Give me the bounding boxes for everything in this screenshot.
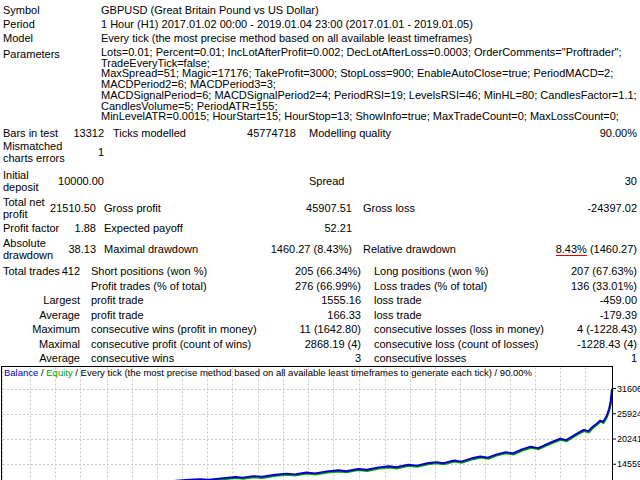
symbol-row: Symbol GBPUSD (Great Britain Pound vs US… bbox=[0, 3, 640, 17]
average-consecutive-row: Average consecutive wins 3 consecutive l… bbox=[0, 351, 640, 366]
y-axis-label: 25924 bbox=[617, 409, 640, 419]
model-row: Model Every tick (the most precise metho… bbox=[0, 31, 640, 45]
trades-section: Total trades 412 Short positions (won %)… bbox=[0, 264, 640, 366]
gross-loss-label: Gross loss bbox=[360, 202, 415, 214]
consecutive-profit-count-value: 2868.19 (4) bbox=[305, 338, 361, 350]
spread-label: Spread bbox=[306, 175, 344, 187]
absolute-drawdown-label: Absolute drawdown bbox=[0, 237, 68, 261]
ticks-modelled-label: Ticks modelled bbox=[110, 127, 186, 139]
largest-profit-value: 1555.16 bbox=[321, 294, 361, 306]
consecutive-loss-count-value: -1228.43 (4) bbox=[577, 338, 637, 350]
profit-trades-row: Profit trades (% of total) 276 (66.99%) … bbox=[0, 278, 640, 293]
absolute-drawdown-value: 38.13 bbox=[68, 243, 96, 255]
symbol-value: GBPUSD (Great Britain Pound vs US Dollar… bbox=[101, 3, 640, 17]
bars-in-test-label: Bars in test bbox=[0, 127, 58, 139]
initial-deposit-label: Initial deposit bbox=[0, 169, 58, 193]
mismatched-value: 1 bbox=[98, 146, 104, 158]
loss-trades-label: Loss trades (% of total) bbox=[371, 280, 487, 292]
avg-consecutive-wins-label: consecutive wins bbox=[88, 352, 174, 364]
consecutive-losses-money-label: consecutive losses (loss in money) bbox=[371, 323, 544, 335]
spread-value: 30 bbox=[625, 175, 637, 187]
gross-profit-value: 45907.51 bbox=[306, 202, 352, 214]
profit-trades-value: 276 (66.99%) bbox=[295, 280, 361, 292]
total-net-profit-label: Total net profit bbox=[0, 196, 50, 220]
maximal-drawdown-label: Maximal drawdown bbox=[101, 243, 198, 255]
profit-factor-value: 1.88 bbox=[75, 222, 96, 234]
average-loss-label: loss trade bbox=[371, 309, 422, 321]
maximal-drawdown-value: 1460.27 (8.43%) bbox=[271, 243, 352, 255]
model-value: Every tick (the most precise method base… bbox=[101, 31, 640, 45]
model-label: Model bbox=[0, 31, 101, 45]
symbol-label: Symbol bbox=[0, 3, 101, 17]
mismatched-label: Mismatched charts errors bbox=[0, 140, 75, 164]
loss-trades-value: 136 (33.01%) bbox=[571, 280, 637, 292]
chart-legend: Balance / Equity / Every tick (the most … bbox=[4, 367, 533, 378]
period-row: Period 1 Hour (H1) 2017.01.02 00:00 - 20… bbox=[0, 17, 640, 31]
bars-in-test-row: Bars in test 13312 Ticks modelled 457747… bbox=[0, 126, 640, 140]
gross-loss-value: -24397.02 bbox=[587, 202, 637, 214]
consecutive-wins-money-value: 11 (1642.80) bbox=[299, 323, 361, 335]
largest-profit-label: profit trade bbox=[88, 294, 144, 306]
y-axis-label: 31606 bbox=[617, 384, 640, 394]
max-consecutive-row: Maximum consecutive wins (profit in mone… bbox=[0, 322, 640, 337]
consecutive-loss-count-label: consecutive loss (count of losses) bbox=[371, 338, 538, 350]
avg-consecutive-losses-value: 1 bbox=[631, 352, 637, 364]
total-trades-label: Total trades bbox=[0, 265, 60, 277]
parameters-line: MACDSignalPeriod=6; MACDSignalPeriod2=4;… bbox=[101, 90, 640, 111]
short-positions-label: Short positions (won %) bbox=[88, 265, 207, 277]
largest-loss-value: -459.00 bbox=[600, 294, 637, 306]
relative-drawdown-amount: (1460.27) bbox=[587, 243, 637, 255]
average-label: Average bbox=[39, 309, 80, 321]
largest-label: Largest bbox=[43, 294, 80, 306]
chart-svg: 3160625924202411455988760193653718810512… bbox=[0, 366, 640, 480]
consecutive-profit-count-label: consecutive profit (count of wins) bbox=[88, 338, 251, 350]
profit-section: Total net profit 21510.50 Gross profit 4… bbox=[0, 196, 640, 261]
short-positions-value: 205 (66.34%) bbox=[295, 265, 361, 277]
test-quality-section: Bars in test 13312 Ticks modelled 457747… bbox=[0, 126, 640, 193]
consecutive-wins-money-label: consecutive wins (profit in money) bbox=[88, 323, 257, 335]
balance-equity-chart: 3160625924202411455988760193653718810512… bbox=[0, 366, 640, 480]
average-trade-row: Average profit trade 166.33 loss trade -… bbox=[0, 307, 640, 322]
largest-trade-row: Largest profit trade 1555.16 loss trade … bbox=[0, 293, 640, 308]
profit-factor-row: Profit factor 1.88 Expected payoff 52.21 bbox=[0, 220, 640, 237]
initial-deposit-value: 10000.00 bbox=[58, 175, 104, 187]
profit-factor-label: Profit factor bbox=[0, 222, 59, 234]
parameters-label: Parameters bbox=[0, 47, 101, 122]
gross-profit-label: Gross profit bbox=[101, 202, 161, 214]
largest-loss-label: loss trade bbox=[371, 294, 422, 306]
parameters-line: Lots=0.01; Percent=0.01; IncLotAfterProf… bbox=[101, 47, 640, 68]
drawdown-row: Absolute drawdown 38.13 Maximal drawdown… bbox=[0, 237, 640, 261]
expected-payoff-label: Expected payoff bbox=[101, 222, 183, 234]
total-trades-value: 412 bbox=[62, 265, 80, 277]
initial-deposit-row: Initial deposit 10000.00 Spread 30 bbox=[0, 169, 640, 193]
average-profit-value: 166.33 bbox=[327, 309, 361, 321]
parameters-line: MinLevelATR=0.0015; HourStart=15; HourSt… bbox=[101, 111, 640, 122]
modelling-quality-label: Modelling quality bbox=[306, 127, 391, 139]
modelling-quality-value: 90.00% bbox=[600, 127, 637, 139]
expected-payoff-value: 52.21 bbox=[324, 222, 352, 234]
avg-consecutive-losses-label: consecutive losses bbox=[371, 352, 466, 364]
relative-drawdown-value: 8.43% (1460.27) bbox=[556, 243, 637, 255]
profit-trades-label: Profit trades (% of total) bbox=[88, 280, 207, 292]
total-net-profit-value: 21510.50 bbox=[50, 202, 96, 214]
mismatched-charts-row: Mismatched charts errors 1 bbox=[0, 140, 640, 164]
relative-drawdown-pct: 8.43% bbox=[556, 243, 587, 256]
relative-drawdown-label: Relative drawdown bbox=[360, 243, 456, 255]
maximal-label: Maximal bbox=[39, 338, 80, 350]
y-axis-label: 20241 bbox=[617, 434, 640, 444]
avg-consecutive-wins-value: 3 bbox=[355, 352, 361, 364]
avg-consecutive-label: Average bbox=[39, 352, 80, 364]
maximal-consecutive-row: Maximal consecutive profit (count of win… bbox=[0, 336, 640, 351]
y-axis-label: 14559 bbox=[617, 460, 640, 470]
net-profit-row: Total net profit 21510.50 Gross profit 4… bbox=[0, 196, 640, 220]
period-label: Period bbox=[0, 17, 101, 31]
parameters-line: MaxSpread=51; Magic=17176; TakeProfit=30… bbox=[101, 68, 640, 89]
consecutive-losses-money-value: 4 (-1228.43) bbox=[577, 323, 637, 335]
strategy-tester-report: Symbol GBPUSD (Great Britain Pound vs US… bbox=[0, 0, 640, 480]
maximum-label: Maximum bbox=[32, 323, 80, 335]
bars-in-test-value: 13312 bbox=[73, 127, 104, 139]
period-value: 1 Hour (H1) 2017.01.02 00:00 - 2019.01.0… bbox=[101, 17, 640, 31]
total-trades-row: Total trades 412 Short positions (won %)… bbox=[0, 264, 640, 279]
ticks-modelled-value: 45774718 bbox=[247, 127, 296, 139]
parameters-value: Lots=0.01; Percent=0.01; IncLotAfterProf… bbox=[101, 47, 640, 122]
